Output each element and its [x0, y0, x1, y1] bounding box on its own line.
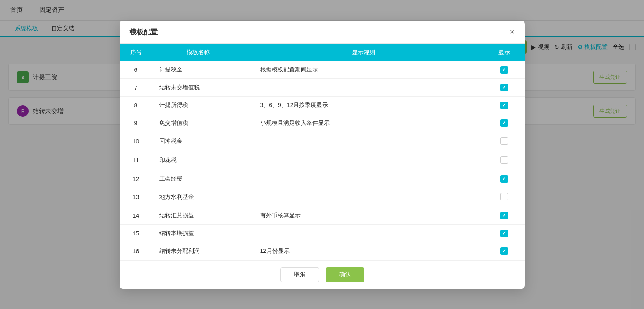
cell-seq: 7	[120, 78, 153, 96]
table-row: 7结转未交增值税	[120, 78, 525, 96]
table-row: 11印花税	[120, 151, 525, 170]
cell-rule	[244, 132, 484, 151]
col-display: 显示	[484, 44, 525, 61]
cell-checkbox	[484, 114, 525, 132]
cell-rule	[244, 78, 484, 96]
cell-checkbox	[484, 61, 525, 79]
checkbox-checked[interactable]	[500, 84, 508, 91]
cell-name: 工会经费	[153, 170, 244, 188]
table-row: 13地方水利基金	[120, 188, 525, 207]
cancel-button[interactable]: 取消	[280, 267, 319, 282]
template-config-modal: 模板配置 × 序号 模板名称 显示规则 显示 6计提税金根据模板配置期间显示7结…	[120, 21, 525, 289]
checkbox-unchecked[interactable]	[500, 156, 508, 164]
cell-checkbox	[484, 242, 525, 260]
checkbox-checked[interactable]	[500, 247, 508, 255]
col-name: 模板名称	[153, 44, 244, 61]
table-row: 10回冲税金	[120, 132, 525, 151]
cell-seq: 8	[120, 96, 153, 114]
cell-checkbox	[484, 188, 525, 207]
modal-close-button[interactable]: ×	[510, 28, 515, 36]
cell-rule: 小规模且满足收入条件显示	[244, 114, 484, 132]
cell-name: 计提所得税	[153, 96, 244, 114]
cell-seq: 12	[120, 170, 153, 188]
cell-seq: 13	[120, 188, 153, 207]
cell-seq: 14	[120, 207, 153, 224]
cell-checkbox	[484, 170, 525, 188]
modal-footer: 取消 确认	[120, 260, 525, 289]
cell-rule	[244, 170, 484, 188]
cell-seq: 15	[120, 224, 153, 242]
cell-rule: 根据模板配置期间显示	[244, 61, 484, 79]
config-table: 序号 模板名称 显示规则 显示 6计提税金根据模板配置期间显示7结转未交增值税8…	[120, 44, 525, 260]
cell-name: 印花税	[153, 151, 244, 170]
cell-checkbox	[484, 132, 525, 151]
col-rule: 显示规则	[244, 44, 484, 61]
col-seq: 序号	[120, 44, 153, 61]
cell-rule: 有外币核算显示	[244, 207, 484, 224]
cell-seq: 11	[120, 151, 153, 170]
cell-name: 结转未分配利润	[153, 242, 244, 260]
cell-seq: 9	[120, 114, 153, 132]
checkbox-unchecked[interactable]	[500, 137, 508, 145]
cell-checkbox	[484, 78, 525, 96]
table-row: 6计提税金根据模板配置期间显示	[120, 61, 525, 79]
table-row: 14结转汇兑损益有外币核算显示	[120, 207, 525, 224]
checkbox-checked[interactable]	[500, 66, 508, 74]
cell-name: 结转本期损益	[153, 224, 244, 242]
cell-name: 地方水利基金	[153, 188, 244, 207]
cell-rule	[244, 224, 484, 242]
modal-title: 模板配置	[129, 27, 158, 37]
checkbox-checked[interactable]	[500, 230, 508, 237]
checkbox-checked[interactable]	[500, 212, 508, 219]
cell-seq: 6	[120, 61, 153, 79]
table-header-row: 序号 模板名称 显示规则 显示	[120, 44, 525, 61]
table-row: 9免交增值税小规模且满足收入条件显示	[120, 114, 525, 132]
cell-name: 免交增值税	[153, 114, 244, 132]
cell-name: 结转汇兑损益	[153, 207, 244, 224]
cell-name: 计提税金	[153, 61, 244, 79]
table-row: 8计提所得税3、6、9、12月按季度显示	[120, 96, 525, 114]
cell-rule	[244, 188, 484, 207]
cell-checkbox	[484, 224, 525, 242]
cell-seq: 10	[120, 132, 153, 151]
cell-checkbox	[484, 96, 525, 114]
cell-seq: 16	[120, 242, 153, 260]
table-row: 12工会经费	[120, 170, 525, 188]
cell-name: 结转未交增值税	[153, 78, 244, 96]
checkbox-unchecked[interactable]	[500, 193, 508, 200]
table-row: 16结转未分配利润12月份显示	[120, 242, 525, 260]
checkbox-checked[interactable]	[500, 119, 508, 127]
checkbox-checked[interactable]	[500, 102, 508, 109]
table-row: 15结转本期损益	[120, 224, 525, 242]
checkbox-checked[interactable]	[500, 175, 508, 183]
cell-rule: 3、6、9、12月按季度显示	[244, 96, 484, 114]
modal-header: 模板配置 ×	[120, 21, 525, 44]
cell-rule	[244, 151, 484, 170]
cell-rule: 12月份显示	[244, 242, 484, 260]
cell-name: 回冲税金	[153, 132, 244, 151]
modal-overlay: 模板配置 × 序号 模板名称 显示规则 显示 6计提税金根据模板配置期间显示7结…	[0, 0, 644, 309]
cell-checkbox	[484, 151, 525, 170]
cell-checkbox	[484, 207, 525, 224]
confirm-button[interactable]: 确认	[326, 267, 364, 282]
modal-body: 序号 模板名称 显示规则 显示 6计提税金根据模板配置期间显示7结转未交增值税8…	[120, 44, 525, 260]
